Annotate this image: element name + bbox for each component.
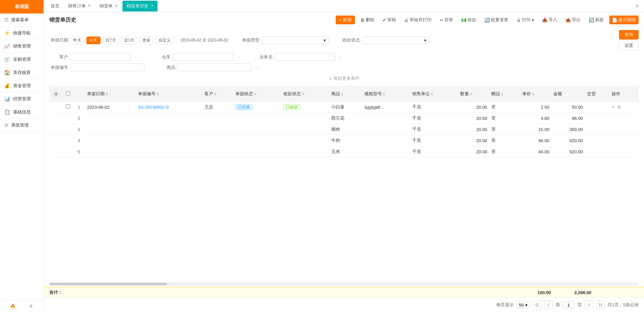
page-last-btn[interactable]: ⟩⟩	[596, 301, 605, 309]
col-doc-number[interactable]: 单据编号⇅	[136, 86, 203, 102]
refresh-button[interactable]: 🔃 刷新	[586, 16, 607, 24]
sidebar-bottom-icon2[interactable]: ⏸	[29, 304, 33, 309]
date-today[interactable]: 今天	[86, 36, 101, 44]
print-button[interactable]: 🖨 打印 ▾	[514, 16, 537, 24]
cell-date: 2023-06-02	[85, 102, 136, 113]
page-content: 销货单历史 + 新增 🗑 删除 ✔ 审核 🖨 审核并打印 ↩ 弃审	[44, 12, 644, 312]
display-detail-button[interactable]: 📄 显示明细	[609, 16, 639, 24]
tab-sales-order-close[interactable]: ✕	[88, 4, 91, 8]
cell-payment-status	[281, 135, 329, 146]
goods-input[interactable]	[177, 63, 252, 71]
cell-checkbox[interactable]	[63, 124, 73, 135]
col-spec[interactable]: 规格型号⇅	[362, 86, 410, 102]
cell-num: 1	[73, 102, 85, 113]
query-button[interactable]: 查询	[619, 30, 639, 40]
setting-button[interactable]: 设置	[619, 41, 639, 50]
col-date[interactable]: 单据日期⇅	[85, 86, 136, 102]
doc-type-select[interactable]: ▾	[261, 36, 329, 44]
tab-sales-history-close[interactable]: ✕	[150, 4, 153, 8]
sidebar-item-system-mgmt[interactable]: ⚙ 系统管理	[0, 119, 44, 132]
edit-action-icon[interactable]: ✏	[612, 104, 616, 110]
tab-sales-goods-close[interactable]: ✕	[115, 4, 118, 8]
doc-number-link[interactable]: SA-20230602-0	[138, 105, 169, 110]
query-area: 查询 设置	[619, 30, 639, 50]
sidebar-item-inventory-calc[interactable]: 🏠 库存核算	[0, 66, 44, 79]
export-button[interactable]: 📤 导出	[563, 16, 583, 24]
tab-sales-order[interactable]: 销售订单 ✕	[64, 1, 95, 11]
cell-amount: 920.00	[551, 146, 585, 157]
payment-status-select[interactable]: ▾	[362, 36, 429, 44]
tab-home[interactable]: 首页	[47, 1, 63, 11]
delete-button[interactable]: 🗑 删除	[358, 16, 377, 24]
new-button[interactable]: + 新增	[336, 16, 355, 24]
audit-button[interactable]: ✔ 审核	[380, 16, 399, 24]
col-unit[interactable]: 销售单位⇅	[410, 86, 458, 102]
sidebar-bottom-icon1[interactable]: 🔥	[10, 304, 16, 309]
page-first-btn[interactable]: ⟨⟨	[533, 301, 541, 309]
date-7days[interactable]: 近7天	[103, 36, 119, 44]
abandon-icon: ↩	[440, 18, 443, 23]
page-next-btn[interactable]: ⟩	[585, 301, 593, 309]
select-all-checkbox[interactable]	[66, 91, 70, 96]
sidebar-item-basic-info[interactable]: 📋 基础信息	[0, 106, 44, 119]
cell-checkbox[interactable]	[63, 146, 73, 157]
page-size-select[interactable]: 50 ▾	[516, 302, 530, 309]
sidebar-item-quick-nav[interactable]: ⚡ 快捷导航	[0, 27, 44, 40]
doc-number-input[interactable]	[70, 63, 144, 71]
customer-input[interactable]	[70, 53, 131, 61]
date-yesterday[interactable]: 昨天	[70, 36, 84, 44]
abandon-button[interactable]: ↩ 弃审	[437, 16, 456, 24]
cell-date	[85, 135, 136, 146]
col-doc-status[interactable]: 单据状态⇅	[233, 86, 281, 102]
col-settings[interactable]: ⚙	[49, 86, 63, 102]
more-action-icon[interactable]: ⚙	[617, 104, 621, 110]
col-goods[interactable]: 商品⇅	[329, 86, 362, 102]
cell-amount: 96.00	[551, 113, 585, 124]
col-unit-price[interactable]: 单价⇅	[520, 86, 551, 102]
import-button[interactable]: 📥 导入	[539, 16, 560, 24]
tab-sales-history[interactable]: 销货单历史 ✕	[122, 1, 158, 11]
audit-icon: ✔	[383, 18, 386, 23]
horizontal-scrollbar[interactable]	[49, 283, 639, 285]
audit-print-button[interactable]: 🖨 审核并打印	[401, 16, 434, 24]
tab-close-all[interactable]: ✕	[633, 3, 641, 9]
page-label-text: 第	[556, 302, 560, 308]
tab-sales-goods[interactable]: 销货单 ✕	[95, 1, 122, 11]
cell-doc-status	[233, 113, 281, 124]
collect-button[interactable]: 💵 收款	[458, 16, 479, 24]
audit-print-icon: 🖨	[404, 18, 409, 23]
sidebar-item-sales-mgmt[interactable]: 📈 销售管理	[0, 40, 44, 53]
collapse-button[interactable]: ∧ 收起更多条件	[49, 74, 639, 83]
sidebar-item-finance-mgmt[interactable]: 💰 资金管理	[0, 79, 44, 93]
warehouse-input[interactable]	[172, 53, 233, 61]
batch-change-button[interactable]: 🔄 批量变更	[482, 16, 511, 24]
cell-checkbox[interactable]	[63, 113, 73, 124]
date-filter: 昨天 今天 近7天 近1月 更多 自定义	[70, 36, 174, 44]
staff-ellipsis[interactable]: ···	[337, 54, 344, 59]
cell-checkbox[interactable]	[63, 135, 73, 146]
sidebar-item-label: 销售管理	[13, 43, 31, 49]
date-more[interactable]: 更多	[139, 36, 153, 44]
payment-status-badge: 已收款	[283, 104, 300, 110]
page-prev-btn[interactable]: ⟨	[544, 301, 553, 309]
date-custom[interactable]: 自定义	[156, 36, 174, 44]
cell-checkbox[interactable]	[63, 102, 73, 113]
sidebar-item-ops-mgmt[interactable]: 📊 经营管理	[0, 93, 44, 106]
warehouse-ellipsis[interactable]: ···	[235, 54, 242, 59]
filter-goods: 商品 ···	[157, 63, 260, 71]
date-1month[interactable]: 近1月	[121, 36, 138, 44]
col-checkbox[interactable]	[63, 86, 73, 102]
staff-input[interactable]	[275, 53, 335, 61]
goods-ellipsis[interactable]: ···	[254, 65, 260, 70]
row-checkbox[interactable]	[66, 104, 70, 109]
page-number-input[interactable]	[563, 302, 575, 309]
sidebar-item-search-menu[interactable]: ☰ 搜索菜单	[0, 14, 44, 27]
price-sort-icon: ⇅	[532, 92, 534, 96]
col-payment-status[interactable]: 收款状态⇅	[281, 86, 329, 102]
col-quantity[interactable]: 数量⇅	[458, 86, 489, 102]
col-gift[interactable]: 赠品⇅	[489, 86, 520, 102]
sidebar-item-purchase-mgmt[interactable]: 🛒 采购管理	[0, 53, 44, 66]
sidebar-item-label: 基础信息	[13, 109, 31, 115]
customer-ellipsis[interactable]: ···	[133, 54, 139, 59]
col-customer[interactable]: 客户⇅	[202, 86, 233, 102]
